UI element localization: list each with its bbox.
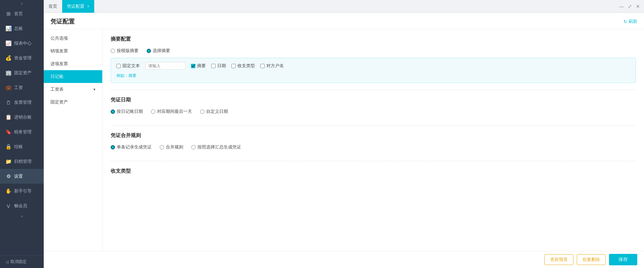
batch-delete-label: 批量删除 xyxy=(582,257,600,262)
radio-single-record-input[interactable] xyxy=(111,145,115,149)
page-title: 凭证配置 xyxy=(50,17,75,26)
sidebar-item-close[interactable]: 🔒 结账 xyxy=(0,139,44,154)
radio-template-summary[interactable]: 按模版摘要 xyxy=(111,48,139,54)
tab-bar: 首页 凭证配置 × — ⤢ ✕ xyxy=(44,0,644,13)
sidebar-item-label: 结账 xyxy=(14,144,23,150)
update-preview-button[interactable]: 更新预置 xyxy=(544,254,573,265)
sidebar-item-settings[interactable]: ⚙ 设置 xyxy=(0,169,44,184)
merge-radio-group: 单条记录生成凭证 合并规则 按照选择汇总生成凭证 xyxy=(111,144,636,150)
sidebar-item-reports[interactable]: 📈 报表中心 xyxy=(0,36,44,51)
save-label: 保存 xyxy=(618,257,628,262)
sidebar-item-label: 固定资产 xyxy=(14,70,32,76)
checkbox-counterparty-label: 对方户名 xyxy=(266,63,284,69)
sidebar-item-archive[interactable]: 📁 归档管理 xyxy=(0,154,44,169)
tab-voucher-config[interactable]: 凭证配置 × xyxy=(62,0,94,13)
checkbox-income-expense-input[interactable] xyxy=(231,64,236,68)
tab-home[interactable]: 首页 xyxy=(44,0,62,13)
page-header: 凭证配置 ↻ 刷新 xyxy=(44,13,644,29)
merge-title: 凭证合并规则 xyxy=(111,132,636,139)
checkbox-fixed-text-label: 固定文本 xyxy=(122,63,140,69)
sidebar-item-funds[interactable]: 💰 资金管理 xyxy=(0,51,44,65)
sidebar-item-vip[interactable]: V 畅会员 xyxy=(0,198,44,213)
radio-custom-date[interactable]: 自定义日期 xyxy=(200,108,228,115)
sidebar-scroll-up[interactable]: ▲ xyxy=(0,0,44,6)
vip-icon: V xyxy=(5,203,11,209)
checkbox-income-expense[interactable]: 收支类型 xyxy=(231,63,255,69)
nav-item-purchase[interactable]: 进项发票 xyxy=(44,57,102,70)
save-button[interactable]: 保存 xyxy=(609,254,637,265)
checkbox-counterparty-input[interactable] xyxy=(260,64,265,68)
tab-close-icon[interactable]: × xyxy=(87,4,89,9)
fixed-text-input[interactable] xyxy=(145,62,186,70)
sidebar-item-salary[interactable]: 💼 工资 xyxy=(0,80,44,95)
radio-select-merge[interactable]: 按照选择汇总生成凭证 xyxy=(191,144,241,150)
sidebar-item-label: 新手引导 xyxy=(14,188,32,194)
example-label: 例如：摘要 xyxy=(116,73,137,78)
cancel-fixed-label: 取消固定 xyxy=(10,259,27,265)
radio-journal-date[interactable]: 按日记账日期 xyxy=(111,108,143,115)
radio-period-last-input[interactable] xyxy=(151,109,155,114)
sidebar-item-home[interactable]: ⊞ 首页 xyxy=(0,6,44,21)
nav-label-fixed-assets: 固定资产 xyxy=(50,99,68,105)
radio-merge-rule-label: 合并规则 xyxy=(166,144,183,150)
sidebar-item-assets[interactable]: 🏢 固定资产 xyxy=(0,65,44,80)
checkbox-date-input[interactable] xyxy=(211,64,216,68)
radio-select-summary[interactable]: 选择摘要 xyxy=(147,48,170,54)
nav-item-payroll[interactable]: 工资表 ▾ xyxy=(44,83,102,96)
sidebar-item-guide[interactable]: ✋ 新手引导 xyxy=(0,184,44,198)
nav-label-public: 公共选项 xyxy=(50,35,68,41)
radio-select-label: 选择摘要 xyxy=(153,48,170,54)
left-nav: 公共选项 销项发票 进项发票 日记账 工资表 ▾ 固定资产 xyxy=(44,29,103,251)
example-text: 例如：摘要 xyxy=(116,73,630,79)
radio-journal-date-label: 按日记账日期 xyxy=(117,108,143,115)
sidebar-scroll-down[interactable]: ▼ xyxy=(0,213,44,220)
checkbox-fixed-text[interactable]: 固定文本 xyxy=(116,63,140,69)
sidebar-item-invoice[interactable]: 🗒 发票管理 xyxy=(0,95,44,110)
nav-item-public[interactable]: 公共选项 xyxy=(44,32,102,45)
radio-merge-rule[interactable]: 合并规则 xyxy=(160,144,183,150)
sidebar-item-label: 工资 xyxy=(14,85,23,91)
date-radio-group: 按日记账日期 对应期间最后一天 自定义日期 xyxy=(111,108,636,115)
assets-icon: 🏢 xyxy=(5,70,11,76)
radio-custom-date-input[interactable] xyxy=(200,109,204,114)
sidebar-item-ledger[interactable]: 📊 总账 xyxy=(0,21,44,36)
nav-item-fixed-assets[interactable]: 固定资产 xyxy=(44,96,102,108)
guide-icon: ✋ xyxy=(5,188,11,194)
salary-icon: 💼 xyxy=(5,85,11,91)
checkbox-summary[interactable]: 摘要 xyxy=(191,63,206,69)
checkbox-counterparty[interactable]: 对方户名 xyxy=(260,63,284,69)
sidebar-item-label: 设置 xyxy=(14,173,23,179)
radio-journal-date-input[interactable] xyxy=(111,109,115,114)
tab-actions: — ⤢ ✕ xyxy=(618,3,644,10)
radio-select-input[interactable] xyxy=(147,49,151,53)
radio-period-last[interactable]: 对应期间最后一天 xyxy=(151,108,192,115)
sidebar-item-trade[interactable]: 📋 进销台账 xyxy=(0,110,44,125)
radio-select-merge-input[interactable] xyxy=(191,145,196,149)
checkbox-date[interactable]: 日期 xyxy=(211,63,226,69)
sidebar-item-label: 税务管理 xyxy=(14,129,32,135)
radio-template-input[interactable] xyxy=(111,49,115,53)
nav-item-sales[interactable]: 销项发票 xyxy=(44,45,102,57)
nav-label-purchase: 进项发票 xyxy=(50,61,68,67)
close-account-icon: 🔒 xyxy=(5,144,11,150)
minimize-button[interactable]: — xyxy=(618,3,625,10)
batch-delete-button[interactable]: 批量删除 xyxy=(577,254,606,265)
sidebar-item-label: 发票管理 xyxy=(14,99,32,105)
maximize-button[interactable]: ⤢ xyxy=(627,3,633,10)
summary-section: 摘要配置 按模版摘要 选择摘要 固定文本 xyxy=(111,36,636,90)
content-area: 公共选项 销项发票 进项发票 日记账 工资表 ▾ 固定资产 摘要配置 xyxy=(44,29,644,251)
radio-merge-rule-input[interactable] xyxy=(160,145,164,149)
income-expense-section: 收支类型 xyxy=(111,168,636,186)
sidebar-item-tax[interactable]: 🔖 税务管理 xyxy=(0,125,44,139)
close-window-button[interactable]: ✕ xyxy=(635,3,641,10)
refresh-button[interactable]: ↻ 刷新 xyxy=(623,18,637,25)
main-area: 首页 凭证配置 × — ⤢ ✕ 凭证配置 ↻ 刷新 公共选项 销项发票 xyxy=(44,0,644,268)
reports-icon: 📈 xyxy=(5,40,11,46)
nav-item-journal[interactable]: 日记账 xyxy=(44,70,102,83)
checkbox-summary-input[interactable] xyxy=(191,64,195,68)
radio-single-record[interactable]: 单条记录生成凭证 xyxy=(111,144,152,150)
checkbox-fixed-text-input[interactable] xyxy=(116,64,121,68)
nav-label-payroll: 工资表 xyxy=(50,86,64,92)
cancel-fixed-button[interactable]: ◁ 取消固定 xyxy=(0,255,44,268)
nav-label-journal: 日记账 xyxy=(50,74,64,80)
